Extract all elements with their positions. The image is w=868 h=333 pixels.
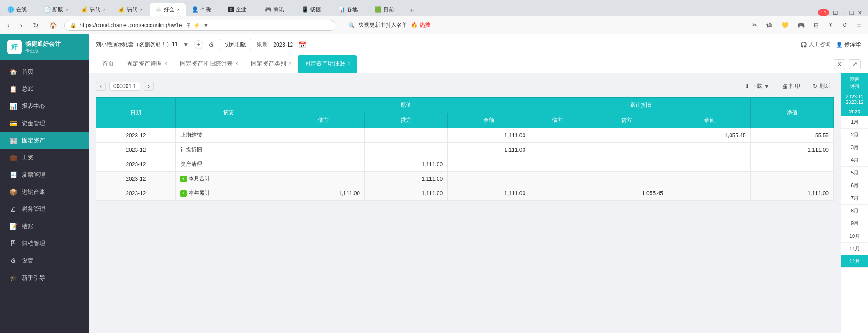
period-month-item[interactable]: 7月 — [841, 192, 868, 205]
maximize-icon[interactable]: □ — [850, 9, 854, 16]
tab-fixed-asset-depreciation[interactable]: 固定资产折旧统计表 × — [174, 55, 245, 73]
browser-tab-qiye[interactable]: 🅲 企业 — [223, 3, 259, 16]
cell-orig-credit: 1,111.00 — [365, 157, 448, 172]
browser-tab-tencent[interactable]: 🎮 腾讯 — [259, 3, 296, 16]
site-info-icon[interactable]: ⊞ — [186, 22, 191, 28]
sidebar-item-home[interactable]: 🏠 首页 — [0, 63, 89, 80]
dropdown-icon[interactable]: ▼ — [203, 22, 208, 28]
sidebar-item-fixed-assets[interactable]: 🏢 固定资产 — [0, 132, 89, 149]
forward-button[interactable]: › — [17, 20, 26, 31]
period-month-item[interactable]: 4月 — [841, 154, 868, 167]
browser-tab-yidai2[interactable]: 💰 易代 × — [113, 3, 149, 16]
wallet-icon[interactable]: 💛 — [778, 20, 791, 30]
browser-tab-muqian[interactable]: 🟩 目前 — [369, 3, 406, 16]
period-month-item[interactable]: 1月 — [841, 116, 868, 129]
tab-close-icon[interactable]: × — [236, 61, 238, 66]
history-icon[interactable]: ↺ — [840, 20, 850, 30]
new-tab-button[interactable]: + — [406, 5, 417, 16]
switch-to-old-button[interactable]: 切到旧版 — [220, 39, 251, 50]
translate-icon[interactable]: 译 — [764, 19, 775, 31]
home-button[interactable]: 🏠 — [46, 20, 61, 31]
browser-tab-geshui[interactable]: 👤 个税 — [186, 3, 222, 16]
scissors-icon[interactable]: ✂ — [750, 20, 760, 30]
browser-tab-haohui[interactable]: ☁️ 好会 × — [150, 3, 186, 16]
search-area: 🔍 央视更新主持人名单 🔥 热搜 — [339, 21, 746, 29]
period-month-item[interactable]: 2月 — [841, 129, 868, 141]
brightness-icon[interactable]: ☀ — [825, 20, 836, 30]
back-button[interactable]: ‹ — [4, 20, 13, 31]
tab-fixed-asset-category[interactable]: 固定资产类别 × — [245, 55, 298, 73]
tab-close-icon[interactable]: × — [165, 61, 167, 66]
invoice-icon: 🧾 — [9, 171, 17, 179]
reports-icon: 📊 — [9, 102, 17, 110]
restore-icon[interactable]: ⊡ — [833, 9, 838, 16]
tab-close-icon[interactable]: × — [289, 61, 292, 66]
sidebar-item-settings[interactable]: ⚙ 设置 — [0, 252, 89, 269]
tab-fixed-asset-mgmt[interactable]: 固定资产管理 × — [120, 55, 174, 73]
menu-icon[interactable]: ☰ — [854, 20, 864, 30]
period-month-item[interactable]: 10月 — [841, 230, 868, 243]
sidebar-item-general-ledger[interactable]: 📋 总账 — [0, 80, 89, 98]
browser-tab-changjie[interactable]: 📱 畅捷 — [296, 3, 332, 16]
tab-home[interactable]: 首页 — [96, 55, 120, 73]
cell-orig-balance — [448, 157, 530, 172]
browser-tab-gedi[interactable]: 📊 各地 — [333, 3, 369, 16]
download-button[interactable]: ⬇ 下载 ▼ — [741, 80, 773, 92]
tab-close-icon[interactable]: × — [139, 6, 144, 13]
period-month-item[interactable]: 8月 — [841, 205, 868, 217]
gamepad-icon[interactable]: 🎮 — [795, 20, 807, 30]
period-month-item[interactable]: 9月 — [841, 217, 868, 230]
sidebar-item-invoice-mgmt[interactable]: 🧾 发票管理 — [0, 166, 89, 183]
sidebar-item-tax-mgmt[interactable]: 🖨 税务管理 — [0, 201, 89, 218]
period-month-item[interactable]: 6月 — [841, 179, 868, 192]
sidebar-item-new-guide[interactable]: 🎓 新手引导 — [0, 269, 89, 286]
tab-close-all-icon[interactable]: ✕ — [834, 59, 845, 69]
tab-close-icon[interactable]: × — [65, 6, 70, 13]
cell-accum-balance — [668, 157, 750, 172]
sidebar-item-reports[interactable]: 📊 报表中心 — [0, 98, 89, 115]
minimize-icon[interactable]: ─ — [842, 9, 846, 16]
browser-tab-yidai1[interactable]: 💰 易代 × — [75, 3, 112, 16]
tab-close-icon[interactable]: × — [176, 6, 181, 13]
user-dropdown-icon[interactable]: ▼ — [183, 42, 189, 48]
period-month-item[interactable]: 3月 — [841, 141, 868, 154]
sidebar-item-purchase-sale[interactable]: 📦 进销台账 — [0, 183, 89, 201]
add-account-button[interactable]: + — [194, 40, 203, 49]
sidebar-item-fund-mgmt[interactable]: 💳 资金管理 — [0, 115, 89, 132]
cell-accum-balance — [668, 172, 750, 186]
sidebar-item-archive-mgmt[interactable]: 🗄 归档管理 — [0, 235, 89, 252]
sidebar-item-payroll[interactable]: 💼 工资 — [0, 149, 89, 166]
period-year-end[interactable]: 2023.12 — [842, 99, 867, 105]
reload-button[interactable]: ↻ — [29, 20, 42, 31]
tab-close-icon[interactable]: × — [348, 61, 351, 66]
user-avatar[interactable]: 👤 徐泽华 — [836, 41, 861, 48]
browser-tab-new[interactable]: 📄 新版 × — [38, 3, 75, 16]
selected-year[interactable]: 2023 — [849, 109, 860, 114]
period-month-list: 1月2月3月4月5月6月7月8月9月10月11月12月 — [841, 116, 868, 333]
tab-expand-icon[interactable]: ⤢ — [849, 59, 861, 69]
period-year-start[interactable]: 2023.12 — [842, 94, 867, 99]
calendar-icon[interactable]: 📅 — [298, 41, 306, 48]
support-button[interactable]: 🎧 人工咨询 — [800, 41, 830, 48]
period-month-item[interactable]: 12月 — [841, 255, 868, 268]
next-page-button[interactable]: › — [144, 82, 154, 91]
tab-favicon: 🟩 — [375, 6, 382, 13]
account-settings-icon[interactable]: ⚙ — [208, 41, 214, 48]
refresh-button[interactable]: ↻ 刷新 — [809, 80, 834, 92]
cell-accum-credit — [585, 157, 668, 172]
period-month-item[interactable]: 5月 — [841, 167, 868, 179]
period-month-item[interactable]: 11月 — [841, 243, 868, 255]
browser-tab-online[interactable]: 🌐 在线 — [2, 3, 38, 16]
sidebar-item-settlement[interactable]: 📝 结账 — [0, 218, 89, 235]
sidebar-item-label: 总账 — [22, 85, 33, 93]
download-dropdown-icon[interactable]: ▼ — [764, 83, 769, 89]
tab-label: 企业 — [236, 6, 246, 14]
close-window-icon[interactable]: ✕ — [857, 9, 863, 16]
print-button[interactable]: 🖨 打印 — [778, 80, 804, 92]
prev-page-button[interactable]: ‹ — [96, 82, 106, 91]
tab-close-icon[interactable]: × — [102, 6, 107, 13]
grid-icon[interactable]: ⊞ — [811, 20, 821, 30]
tab-fixed-asset-detail[interactable]: 固定资产明细账 × — [298, 55, 357, 73]
url-bar[interactable]: 🔒 https://cloud.chanjet.com/accounting/u… — [64, 20, 335, 31]
lightning-icon[interactable]: ⚡ — [193, 22, 200, 28]
